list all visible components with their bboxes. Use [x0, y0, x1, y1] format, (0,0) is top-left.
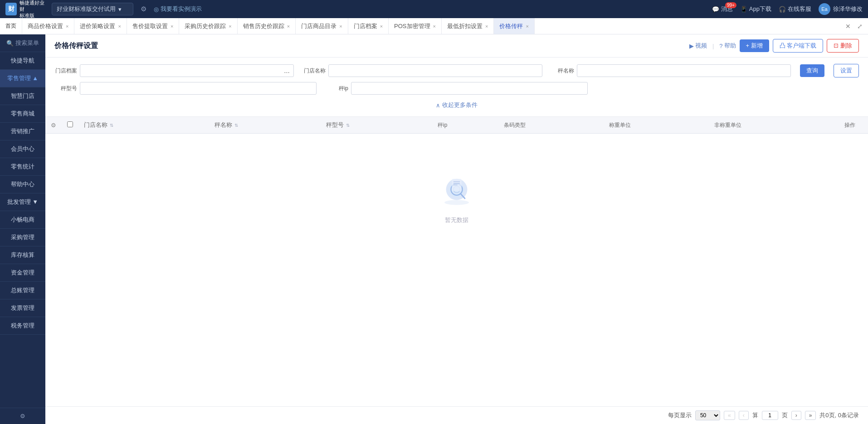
tab-min-discount[interactable]: 最低折扣设置 ×: [442, 18, 494, 34]
next-page-btn[interactable]: ›: [791, 411, 801, 420]
tab-store-profile[interactable]: 门店档案 ×: [348, 18, 389, 34]
sidebar-item-ecommerce[interactable]: 小畅电商: [0, 211, 45, 229]
help-link[interactable]: ? 帮助: [719, 42, 736, 50]
close-tab-pos-encrypt[interactable]: ×: [433, 24, 436, 29]
sidebar-item-inventory[interactable]: 库存核算: [0, 246, 45, 264]
tab-sale-price[interactable]: 售价提取设置 ×: [127, 18, 179, 34]
close-tab-store-profile[interactable]: ×: [380, 24, 383, 29]
online-service-btn[interactable]: 🎧 在线客服: [779, 5, 811, 13]
filter-field-store-name: 门店名称: [303, 64, 542, 77]
content-area: 价格传秤设置 ▶ 视频 | ? 帮助 + 新增 凸 客户端下载 ⊡: [45, 34, 868, 424]
demo-btn[interactable]: ◎ 我要看实例演示: [154, 5, 202, 13]
message-btn[interactable]: 💬 消息 99+: [712, 5, 733, 13]
th-store-name: 门店名称 ⇅: [78, 117, 209, 134]
help-icon: ?: [719, 43, 722, 49]
page-size-select[interactable]: 50 10 20 100: [695, 410, 720, 420]
scale-ip-input[interactable]: [351, 82, 588, 95]
th-non-weight-unit: 非称重单位: [709, 117, 832, 134]
collapse-icon: ∧: [436, 102, 440, 109]
select-all-checkbox[interactable]: [67, 121, 73, 127]
tab-price-scale[interactable]: 价格传秤 ×: [494, 18, 534, 34]
sort-scale-model-icon[interactable]: ⇅: [346, 123, 350, 128]
delete-btn[interactable]: ⊡ 删除: [827, 39, 859, 53]
video-icon: ▶: [689, 43, 694, 49]
close-tab-sale-price[interactable]: ×: [171, 24, 173, 29]
sidebar-search[interactable]: 🔍 搜索菜单: [0, 34, 45, 52]
close-tab-min-discount[interactable]: ×: [485, 24, 488, 29]
sort-scale-name-icon[interactable]: ⇅: [234, 123, 238, 128]
empty-icon: [436, 170, 477, 211]
header-settings-icon[interactable]: ⚙: [139, 3, 148, 15]
collapse-btn[interactable]: ∧ 收起更多条件: [429, 99, 485, 111]
tab-pos-encrypt[interactable]: POS加密管理 ×: [389, 18, 442, 34]
filter-row-2: 秤型号 秤ip: [54, 82, 859, 95]
app-logo: 财 畅捷通好业财 标准版: [5, 0, 46, 19]
sidebar-item-tax[interactable]: 税务管理: [0, 317, 45, 335]
sort-store-name-icon[interactable]: ⇅: [110, 123, 113, 128]
page-title: 价格传秤设置: [54, 41, 98, 51]
data-table: ⚙ 门店名称 ⇅ 秤名称 ⇅: [45, 117, 868, 134]
user-avatar: Ea: [819, 3, 830, 15]
scale-name-input[interactable]: [577, 64, 791, 77]
query-btn[interactable]: 查询: [800, 64, 824, 77]
sidebar-item-smart-store[interactable]: 智慧门店: [0, 87, 45, 105]
first-page-btn[interactable]: «: [724, 411, 735, 420]
filter-field-store-profile: 门店档案 …: [54, 64, 294, 77]
th-settings: ⚙: [45, 117, 62, 134]
sidebar-item-help[interactable]: 帮助中心: [0, 176, 45, 193]
filter-field-scale-name: 秤名称: [551, 64, 791, 77]
tab-maximize-btn[interactable]: ⤢: [855, 22, 864, 31]
scale-model-input[interactable]: [80, 82, 317, 95]
close-tab-purchase-history[interactable]: ×: [229, 24, 231, 29]
store-profile-picker[interactable]: …: [80, 64, 294, 77]
sidebar-item-retail-mgmt[interactable]: 零售管理 ▲: [0, 70, 45, 87]
th-scale-ip: 秤ip: [432, 117, 498, 134]
tab-purchase-history[interactable]: 采购历史价跟踪 ×: [179, 18, 237, 34]
prev-page-btn[interactable]: ‹: [739, 411, 749, 420]
sidebar-item-member[interactable]: 会员中心: [0, 140, 45, 158]
tab-sales-history[interactable]: 销售历史价跟踪 ×: [238, 18, 296, 34]
tab-goods-price[interactable]: 商品价格设置 ×: [22, 18, 74, 34]
sidebar-item-retail-mall[interactable]: 零售商城: [0, 105, 45, 123]
store-name-input[interactable]: [328, 64, 542, 77]
sidebar-item-finance[interactable]: 资金管理: [0, 264, 45, 282]
close-tab-goods-price[interactable]: ×: [66, 24, 68, 29]
tab-home[interactable]: 首页: [0, 18, 22, 34]
tab-store-catalog[interactable]: 门店商品目录 ×: [296, 18, 348, 34]
sidebar-item-retail-stats[interactable]: 零售统计: [0, 158, 45, 176]
th-checkbox: [62, 117, 78, 134]
download-btn[interactable]: 凸 客户端下载: [773, 39, 824, 53]
main-layout: 🔍 搜索菜单 快捷导航 零售管理 ▲ 智慧门店 零售商城 营销推广 会员中心 零…: [0, 34, 868, 424]
add-btn[interactable]: + 新增: [740, 39, 769, 52]
close-tab-price-scale[interactable]: ×: [526, 24, 528, 29]
app-download-btn[interactable]: 📱 App下载: [740, 5, 771, 13]
page-input[interactable]: [762, 411, 778, 420]
sidebar-settings-btn[interactable]: ⚙: [0, 408, 45, 424]
pagination-bar: 每页显示 50 10 20 100 « ‹ 算 页 › » 共0页, 0条记录: [45, 406, 868, 424]
close-tab-purchase-strategy[interactable]: ×: [118, 24, 121, 29]
filter-row-1: 门店档案 … 门店名称 秤名称 查询: [54, 64, 859, 77]
sidebar-item-quicknav[interactable]: 快捷导航: [0, 52, 45, 70]
picker-dots-icon: …: [284, 67, 290, 74]
table-gear-icon[interactable]: ⚙: [51, 122, 56, 129]
tab-close-all-btn[interactable]: ✕: [844, 22, 853, 31]
sidebar-item-purchase-mgmt[interactable]: 采购管理: [0, 229, 45, 246]
sidebar-item-marketing[interactable]: 营销推广: [0, 123, 45, 140]
filter-field-scale-ip: 秤ip: [326, 82, 588, 95]
app-selector[interactable]: 好业财标准版交付试用 ▾: [52, 3, 133, 15]
set-btn[interactable]: 设置: [834, 64, 859, 77]
top-header: 财 畅捷通好业财 标准版 好业财标准版交付试用 ▾ ⚙ ◎ 我要看实例演示 💬 …: [0, 0, 868, 18]
tab-purchase-strategy[interactable]: 进价策略设置 ×: [74, 18, 127, 34]
top-right-area: 💬 消息 99+ 📱 App下载 🎧 在线客服 Ea 徐泽华修改: [712, 3, 863, 15]
close-tab-store-catalog[interactable]: ×: [339, 24, 342, 29]
last-page-btn[interactable]: »: [805, 411, 816, 420]
search-icon: 🔍: [6, 40, 14, 47]
video-link[interactable]: ▶ 视频: [689, 42, 707, 50]
sidebar-item-wholesale[interactable]: 批发管理 ▼: [0, 193, 45, 211]
user-menu-btn[interactable]: Ea 徐泽华修改: [819, 3, 863, 15]
close-tab-sales-history[interactable]: ×: [287, 24, 290, 29]
sidebar-item-invoice[interactable]: 发票管理: [0, 299, 45, 317]
sidebar-item-ledger[interactable]: 总账管理: [0, 282, 45, 299]
svg-point-0: [444, 200, 469, 205]
table-container: ⚙ 门店名称 ⇅ 秤名称 ⇅: [45, 117, 868, 406]
